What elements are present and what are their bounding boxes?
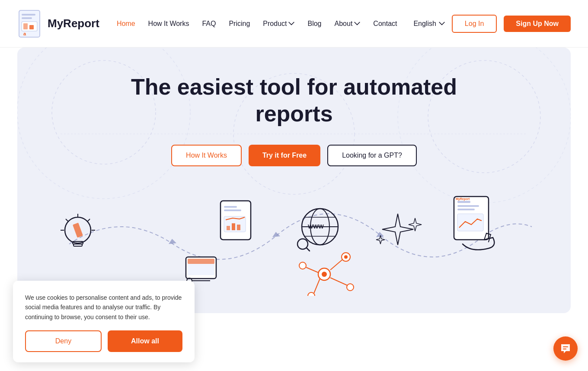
nav-right: English Log In Sign Up Now: [413, 15, 571, 33]
svg-text:a: a: [23, 31, 26, 36]
svg-rect-1: [22, 14, 35, 16]
svg-line-49: [314, 279, 320, 293]
svg-line-48: [306, 267, 318, 273]
signup-button[interactable]: Sign Up Now: [504, 16, 571, 32]
svg-rect-30: [227, 226, 230, 230]
svg-line-22: [87, 219, 90, 222]
svg-rect-2: [22, 17, 32, 19]
navbar: a MyReport Home How It Works FAQ Pricing…: [0, 0, 588, 48]
svg-marker-14: [272, 232, 280, 237]
try-free-btn[interactable]: Try it for Free: [249, 145, 320, 166]
svg-rect-32: [237, 225, 240, 230]
svg-rect-19: [74, 244, 82, 246]
svg-point-50: [322, 272, 327, 277]
svg-text:MyReport: MyReport: [456, 197, 470, 201]
nav-contact[interactable]: Contact: [373, 20, 397, 28]
gpt-btn[interactable]: Looking for a GPT?: [327, 145, 417, 166]
logo-link[interactable]: a MyReport: [17, 9, 99, 39]
nav-faq[interactable]: FAQ: [202, 20, 216, 28]
svg-rect-55: [457, 209, 475, 210]
hero-headline: The easiest tool for automated reports: [108, 73, 480, 127]
svg-rect-25: [73, 222, 83, 238]
nav-links: Home How It Works FAQ Pricing Product Bl…: [117, 20, 413, 28]
svg-marker-13: [169, 239, 176, 244]
nav-about[interactable]: About: [335, 20, 361, 28]
svg-rect-27: [224, 206, 237, 208]
svg-rect-4: [23, 23, 28, 29]
svg-point-51: [344, 255, 348, 259]
svg-rect-56: [457, 214, 483, 231]
nav-blog[interactable]: Blog: [307, 20, 321, 28]
hero-section: The easiest tool for automated reports H…: [17, 48, 571, 313]
svg-point-44: [299, 262, 306, 269]
cookie-banner: We use cookies to personalise content an…: [13, 281, 195, 313]
svg-rect-5: [29, 25, 34, 29]
svg-rect-28: [224, 209, 241, 211]
svg-point-43: [347, 284, 354, 291]
svg-line-46: [330, 260, 342, 270]
svg-text:WWW: WWW: [308, 223, 324, 230]
brand-name: MyReport: [48, 17, 99, 30]
svg-line-40: [307, 248, 310, 251]
nav-how-it-works[interactable]: How It Works: [148, 20, 189, 28]
svg-rect-53: [457, 201, 470, 203]
language-selector[interactable]: English: [413, 20, 444, 28]
nav-home[interactable]: Home: [117, 20, 135, 28]
svg-line-47: [330, 278, 348, 285]
svg-rect-54: [457, 205, 479, 207]
svg-rect-60: [188, 259, 214, 264]
svg-rect-31: [232, 223, 235, 230]
logo-icon: a: [17, 9, 43, 39]
cookie-text: We use cookies to personalise content an…: [25, 293, 182, 313]
how-it-works-btn[interactable]: How It Works: [171, 145, 242, 166]
nav-pricing[interactable]: Pricing: [229, 20, 250, 28]
hero-illustration: WWW: [35, 175, 553, 296]
nav-product[interactable]: Product: [263, 20, 294, 28]
svg-line-21: [66, 219, 68, 222]
login-button[interactable]: Log In: [452, 15, 497, 33]
hero-buttons: How It Works Try it for Free Looking for…: [171, 145, 417, 166]
